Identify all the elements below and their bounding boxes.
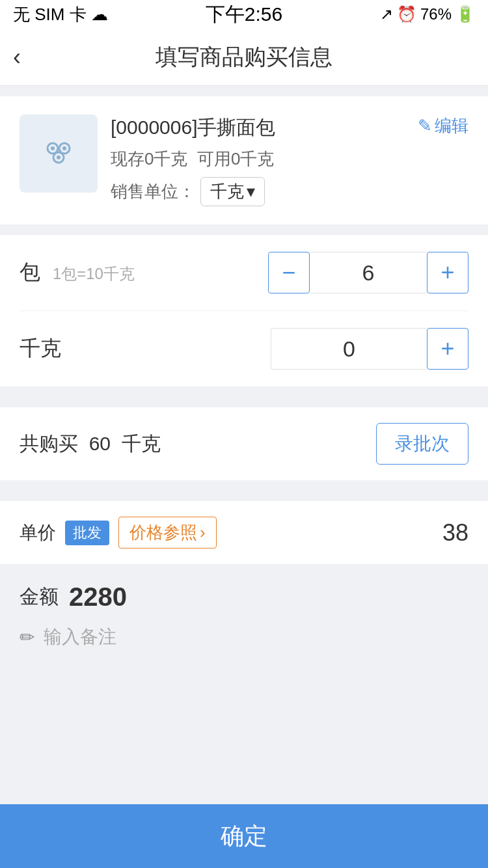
amount-value: 2280 [69,582,127,612]
kg-label: 千克 [20,334,271,363]
price-value: 38 [442,519,468,547]
product-name: [0000006]手撕面包 [111,115,405,141]
status-left: 无 SIM 卡 ☁ [13,3,108,26]
confirm-bar[interactable]: 确定 [0,804,488,868]
kg-qty-control: + [271,328,468,370]
note-row[interactable]: ✏ 输入备注 [20,625,468,649]
package-hint: 1包=10千克 [53,265,135,282]
amount-row: 金额 2280 [20,582,468,612]
unit-dropdown[interactable]: 千克 ▾ [200,177,265,206]
total-section: 共购买 60 千克 录批次 [0,407,488,480]
kg-row: 千克 + [20,311,468,387]
status-time: 下午2:56 [206,1,282,28]
note-edit-icon: ✏ [20,627,34,648]
total-text: 共购买 60 千克 [20,431,161,457]
sim-text: 无 SIM 卡 ☁ [13,3,108,26]
confirm-button[interactable]: 确定 [221,821,267,852]
page-title: 填写商品购买信息 [156,42,332,72]
price-ref-arrow-icon: › [200,522,206,543]
edit-button[interactable]: ✎ 编辑 [418,115,468,137]
kg-plus-button[interactable]: + [427,328,468,370]
quantity-section: 包 1包=10千克 − + 千克 + [0,235,488,387]
divider-3 [0,480,488,491]
package-label: 包 1包=10千克 [20,258,268,287]
package-plus-button[interactable]: + [427,252,468,293]
price-type-badge: 批发 [65,521,109,545]
edit-icon: ✎ [418,116,432,136]
product-stock: 现存0千克 可用0千克 [111,148,405,170]
package-row: 包 1包=10千克 − + [20,235,468,311]
product-unit-row: 销售单位： 千克 ▾ [111,177,405,206]
dropdown-arrow-icon: ▾ [247,182,255,202]
package-minus-button[interactable]: − [268,252,310,293]
back-button[interactable]: ‹ [13,44,21,71]
svg-point-3 [51,146,55,150]
note-placeholder: 输入备注 [44,625,116,649]
battery-text: 76% [420,5,452,23]
kg-qty-input[interactable] [271,328,427,370]
status-bar: 无 SIM 卡 ☁ 下午2:56 ↗ ⏰ 76% 🔋 [0,0,488,29]
package-qty-input[interactable] [310,252,427,293]
alarm-icon: ⏰ [397,5,416,23]
amount-label: 金额 [20,584,59,610]
product-info: [0000006]手撕面包 现存0千克 可用0千克 销售单位： 千克 ▾ [111,115,405,206]
divider-2 [0,387,488,397]
divider-1 [0,224,488,235]
price-reference-button[interactable]: 价格参照 › [118,517,217,549]
price-row: 单价 批发 价格参照 › 38 [20,517,468,549]
product-section: [0000006]手撕面包 现存0千克 可用0千克 销售单位： 千克 ▾ ✎ 编… [0,96,488,224]
price-label: 单价 [20,521,56,545]
svg-point-5 [57,156,61,159]
status-right: ↗ ⏰ 76% 🔋 [380,5,475,23]
price-section: 单价 批发 价格参照 › 38 [0,501,488,564]
svg-point-4 [62,146,66,150]
batch-button[interactable]: 录批次 [376,423,468,465]
package-qty-control: − + [268,252,468,293]
location-icon: ↗ [380,5,393,23]
product-image [20,115,98,193]
amount-section: 金额 2280 ✏ 输入备注 [0,564,488,662]
battery-icon: 🔋 [455,5,475,23]
nav-bar: ‹ 填写商品购买信息 [0,29,488,86]
